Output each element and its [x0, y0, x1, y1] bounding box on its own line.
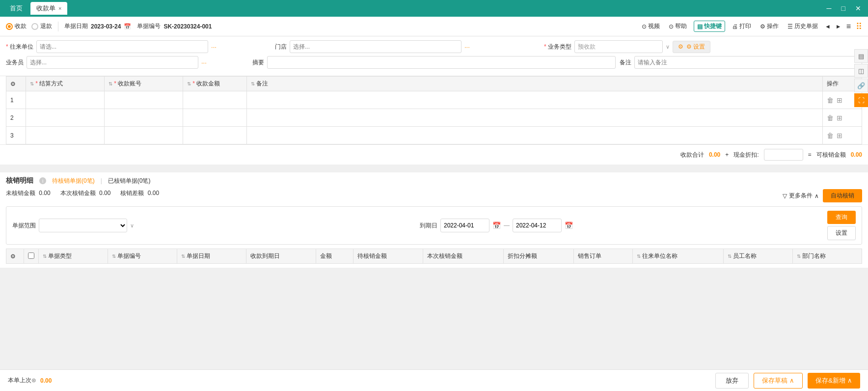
- right-panel-icon-2[interactable]: ◫: [854, 64, 868, 78]
- receipt-table: ⚙ ⇅ * 结算方式 ⇅ * 收款账号 ⇅ * 收款: [6, 76, 862, 144]
- divider-1: [58, 22, 58, 31]
- row3-settlement[interactable]: [26, 127, 105, 144]
- sort-staff[interactable]: ⇅: [728, 253, 732, 259]
- row3-remark[interactable]: [247, 127, 823, 144]
- nav-prev-btn[interactable]: ◄: [825, 23, 831, 30]
- row2-settlement[interactable]: [26, 109, 105, 127]
- staff-input[interactable]: [27, 56, 198, 69]
- form-settings-btn[interactable]: ⚙ ⚙ 设置: [673, 41, 710, 53]
- sort-account-icon[interactable]: ⇅: [108, 81, 112, 86]
- bottom-col-due-date: 收款到期日: [246, 249, 316, 264]
- row2-delete-icon[interactable]: 🗑: [827, 114, 834, 122]
- print-btn[interactable]: 🖨 打印: [730, 21, 753, 31]
- save-new-btn[interactable]: 保存&新增 ∧: [808, 373, 860, 389]
- query-btn[interactable]: 查询: [827, 211, 856, 224]
- pending-tab[interactable]: 待核销单据(0笔): [52, 177, 95, 185]
- row2-remark[interactable]: [247, 109, 823, 127]
- biz-type-arrow[interactable]: ∨: [666, 44, 670, 50]
- partner-input[interactable]: [36, 40, 208, 53]
- bottom-col-checkbox[interactable]: [24, 249, 39, 264]
- due-date-from[interactable]: [440, 219, 489, 232]
- due-date-to[interactable]: [513, 219, 562, 232]
- tab-bar: 首页 收款单 × ─ □ ✕: [0, 0, 868, 17]
- bottom-col-bill-date: ⇅ 单据日期: [177, 249, 246, 264]
- range-select[interactable]: [39, 219, 127, 232]
- tab-home[interactable]: 首页: [4, 2, 28, 15]
- row2-account[interactable]: [105, 109, 183, 127]
- row1-settlement[interactable]: [26, 91, 105, 109]
- right-panel-icon-4[interactable]: ⛶: [854, 93, 868, 107]
- biz-type-input[interactable]: [574, 40, 663, 53]
- col-settings-header[interactable]: ⚙: [6, 77, 26, 91]
- right-panel-icon-1[interactable]: ▤: [854, 49, 868, 63]
- sort-dept[interactable]: ⇅: [797, 253, 801, 259]
- shortcut-btn[interactable]: ▤ 快捷键: [694, 21, 725, 32]
- three-line-icon[interactable]: ≡: [846, 22, 851, 31]
- select-all-checkbox[interactable]: [28, 252, 34, 259]
- done-tab[interactable]: 已核销单据(0笔): [108, 177, 151, 185]
- shop-input[interactable]: [290, 40, 461, 53]
- sort-bill-type[interactable]: ⇅: [43, 253, 47, 259]
- table-row: 1 🗑 ⊞: [6, 91, 862, 109]
- staff-more-btn[interactable]: ···: [201, 59, 207, 66]
- close-icon[interactable]: ✕: [852, 3, 864, 13]
- operation-btn[interactable]: ⚙ 操作: [758, 21, 781, 31]
- row1-remark[interactable]: [247, 91, 823, 109]
- discount-input[interactable]: [764, 149, 803, 161]
- row2-copy-icon[interactable]: ⊞: [837, 114, 842, 122]
- verify-title: 核销明细: [6, 176, 33, 185]
- filter-row: 单据范围 ∨ 到期日 📅 — 📅 查询 设置: [6, 206, 862, 245]
- partner-more-btn[interactable]: ···: [211, 43, 217, 51]
- sort-bill-no[interactable]: ⇅: [112, 253, 116, 259]
- draft-btn[interactable]: 保存草稿 ∧: [754, 373, 803, 389]
- range-arrow[interactable]: ∨: [130, 223, 134, 229]
- verify-stats: 未核销金额 0.00 本次核销金额 0.00 核销差额 0.00 ▽ 更多条件 …: [6, 189, 862, 202]
- sort-amount-icon[interactable]: ⇅: [187, 81, 191, 86]
- radio-refund[interactable]: 退款: [31, 22, 52, 30]
- abandon-btn[interactable]: 放弃: [715, 373, 749, 389]
- verify-section: 核销明细 i 待核销单据(0笔) | 已核销单据(0笔) 未核销金额 0.00 …: [0, 172, 868, 268]
- row3-delete-icon[interactable]: 🗑: [827, 132, 834, 140]
- radio-receipt[interactable]: 收款: [6, 22, 27, 30]
- history-btn[interactable]: ☰ 历史单据: [786, 21, 820, 31]
- more-conditions-btn[interactable]: ▽ 更多条件 ∧: [783, 192, 819, 200]
- row3-copy-icon[interactable]: ⊞: [837, 132, 842, 140]
- nav-next-btn[interactable]: ►: [836, 23, 841, 30]
- summary-input[interactable]: [267, 56, 616, 69]
- cal-from-icon[interactable]: 📅: [492, 222, 501, 229]
- tab-close-icon[interactable]: ×: [58, 5, 61, 11]
- bottom-col-current: 本次核销金额: [423, 249, 504, 264]
- staff-field: 业务员 ···: [6, 56, 248, 69]
- row3-account[interactable]: [105, 127, 183, 144]
- remark-input[interactable]: [634, 56, 862, 69]
- sort-partner[interactable]: ⇅: [637, 253, 641, 259]
- bottom-table: ⚙ ⇅ 单据类型 ⇅ 单据编号 ⇅ 单据日期: [6, 249, 862, 264]
- filter-settings-btn[interactable]: 设置: [827, 226, 856, 240]
- sort-remark-icon[interactable]: ⇅: [251, 81, 255, 86]
- minimize-icon[interactable]: ─: [824, 3, 835, 13]
- sort-settlement-icon[interactable]: ⇅: [30, 81, 34, 86]
- biz-type-field: 业务类型 ∨ ⚙ ⚙ 设置: [544, 40, 862, 53]
- auto-verify-btn[interactable]: 自动核销: [823, 189, 862, 202]
- remark-label: 备注: [620, 58, 631, 67]
- eight-dot-icon[interactable]: ⠿: [856, 21, 862, 32]
- tab-receipt[interactable]: 收款单 ×: [30, 2, 67, 15]
- row1-delete-icon[interactable]: 🗑: [827, 96, 834, 104]
- sort-bill-date[interactable]: ⇅: [181, 253, 185, 259]
- video-btn[interactable]: ⊙ 视频: [640, 21, 662, 31]
- cal-to-icon[interactable]: 📅: [565, 222, 573, 229]
- row1-account[interactable]: [105, 91, 183, 109]
- range-field: 单据范围 ∨: [12, 219, 412, 232]
- calendar-icon[interactable]: 📅: [124, 23, 131, 30]
- row2-amount[interactable]: [183, 109, 247, 127]
- row3-amount[interactable]: [183, 127, 247, 144]
- row1-amount[interactable]: [183, 91, 247, 109]
- bottom-col-settings[interactable]: ⚙: [6, 249, 24, 264]
- verify-info-icon[interactable]: i: [39, 177, 46, 184]
- shop-more-btn[interactable]: ···: [464, 43, 470, 51]
- help-btn[interactable]: ⊙ 帮助: [667, 21, 689, 31]
- maximize-icon[interactable]: □: [839, 3, 848, 13]
- bill-date-label: 单据日期: [64, 22, 88, 30]
- row1-copy-icon[interactable]: ⊞: [837, 96, 842, 104]
- right-panel-icon-3[interactable]: 🔗: [854, 79, 868, 92]
